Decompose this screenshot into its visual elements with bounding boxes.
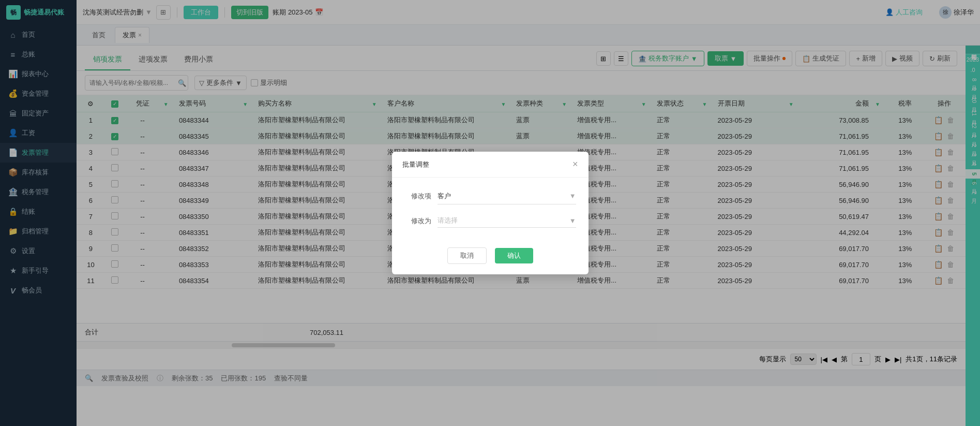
field-dropdown-icon: ▼	[569, 192, 576, 200]
modify-to-label: 修改为	[404, 216, 431, 226]
to-dropdown-icon: ▼	[569, 217, 576, 225]
modal-footer: 取消 确认	[392, 245, 589, 274]
modify-field-row: 修改项 客户 ▼	[404, 188, 576, 204]
modify-field-label: 修改项	[404, 192, 431, 201]
modal-header: 批量调整 ×	[392, 152, 589, 178]
modal-close-btn[interactable]: ×	[572, 159, 578, 170]
confirm-button[interactable]: 确认	[495, 248, 533, 263]
modify-to-row: 修改为 请选择 ▼	[404, 214, 576, 228]
modify-field-select[interactable]: 客户 ▼	[438, 188, 576, 204]
batch-adjust-modal: 批量调整 × 修改项 客户 ▼ 修改为 请选择 ▼ 取消 确认	[392, 152, 589, 274]
modify-to-placeholder: 请选择	[438, 216, 569, 225]
modal-title: 批量调整	[402, 160, 429, 169]
modal-overlay: 批量调整 × 修改项 客户 ▼ 修改为 请选择 ▼ 取消 确认	[0, 0, 980, 426]
cancel-button[interactable]: 取消	[447, 247, 487, 264]
modify-to-select[interactable]: 请选择 ▼	[438, 214, 576, 228]
modify-field-value: 客户	[438, 192, 451, 201]
modal-body: 修改项 客户 ▼ 修改为 请选择 ▼	[392, 178, 589, 245]
